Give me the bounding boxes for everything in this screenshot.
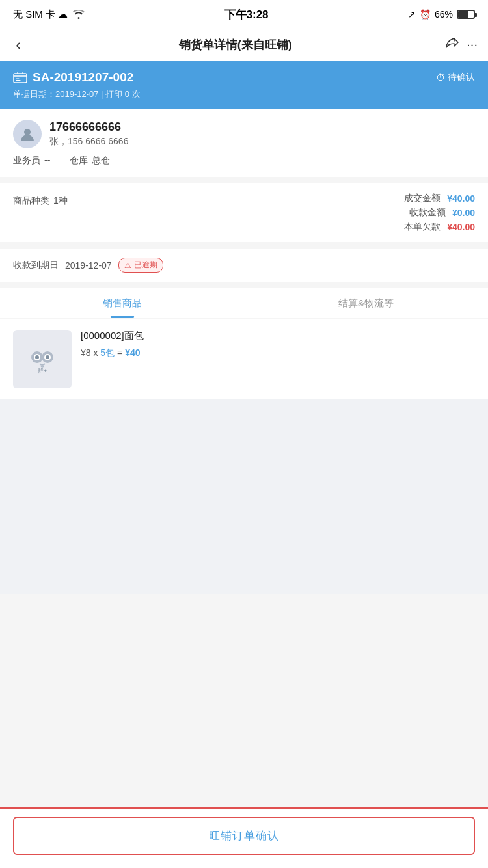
order-icon: [13, 72, 27, 83]
status-bar: 无 SIM 卡 ☁ 下午3:28 ↗ ⏰ 66%: [0, 0, 488, 29]
product-thumbnail: 群+: [13, 330, 72, 388]
order-id: SA-20191207-002: [13, 70, 133, 85]
battery-percent: 66%: [435, 9, 453, 20]
goods-type-label: 商品种类: [13, 195, 49, 207]
tab-sales-goods[interactable]: 销售商品: [0, 288, 244, 318]
multiply-sign: x: [93, 347, 98, 358]
product-item: 群+ [0000002]面包 ¥8 x 5包 = ¥40: [0, 319, 488, 399]
sim-label: 无 SIM 卡 ☁: [13, 8, 68, 21]
due-section: 收款到期日 2019-12-07 ⚠ 已逾期: [0, 249, 488, 282]
page-title: 销货单详情(来自旺铺): [179, 37, 292, 53]
nav-actions: ···: [444, 36, 478, 53]
warehouse-label: 仓库: [70, 155, 88, 167]
svg-point-1: [24, 129, 31, 135]
product-thumb-image: 群+: [23, 343, 62, 375]
more-button[interactable]: ···: [467, 37, 478, 52]
debt-amount-line: 本单欠款 ¥40.00: [404, 221, 475, 233]
svg-rect-0: [14, 74, 27, 83]
status-time: 下午3:28: [224, 7, 269, 22]
status-clock-icon: ⏱: [436, 72, 445, 83]
alarm-icon: ⏰: [420, 9, 431, 20]
customer-phone: 17666666666: [49, 120, 128, 134]
product-unit-price: ¥8: [81, 347, 91, 358]
overdue-badge: ⚠ 已逾期: [118, 258, 163, 273]
salesperson-value: --: [44, 155, 50, 167]
battery-icon: [457, 10, 475, 19]
header-card: SA-20191207-002 ⏱ 待确认 单据日期：2019-12-07 | …: [0, 61, 488, 109]
goods-type: 商品种类 1种: [13, 193, 68, 207]
received-amount-label: 收款金额: [409, 207, 446, 219]
svg-text:群+: 群+: [38, 368, 47, 374]
amounts-right: 成交金额 ¥40.00 收款金额 ¥0.00 本单欠款 ¥40.00: [404, 193, 475, 233]
deal-amount-value: ¥40.00: [447, 193, 475, 204]
received-amount-value: ¥0.00: [452, 208, 475, 218]
wifi-icon: [73, 10, 85, 19]
product-name: [0000002]面包: [81, 330, 475, 342]
empty-area: [0, 399, 488, 594]
meta-row: 业务员 -- 仓库 总仓: [13, 155, 475, 167]
order-status: ⏱ 待确认: [436, 72, 475, 83]
debt-amount-label: 本单欠款: [404, 221, 441, 233]
deal-amount-line: 成交金额 ¥40.00: [404, 193, 475, 204]
due-date-value: 2019-12-07: [65, 260, 112, 271]
salesperson-label: 业务员: [13, 155, 40, 167]
svg-point-7: [46, 355, 49, 359]
amounts-section: 商品种类 1种 成交金额 ¥40.00 收款金额 ¥0.00 本单欠款 ¥40.…: [0, 183, 488, 242]
nav-bar: ‹ 销货单详情(来自旺铺) ···: [0, 29, 488, 61]
deal-amount-label: 成交金额: [404, 193, 441, 204]
back-button[interactable]: ‹: [10, 31, 26, 59]
goods-type-value: 1种: [53, 195, 68, 207]
product-info: [0000002]面包 ¥8 x 5包 = ¥40: [81, 330, 475, 359]
svg-point-6: [35, 355, 39, 359]
equals-sign: =: [117, 347, 122, 358]
debt-amount-value: ¥40.00: [447, 222, 475, 232]
avatar: [13, 120, 42, 148]
status-label: 待确认: [448, 72, 475, 83]
product-price: ¥8 x 5包 = ¥40: [81, 347, 475, 359]
overdue-icon: ⚠: [124, 261, 131, 270]
tab-bar: 销售商品 结算&物流等: [0, 288, 488, 318]
status-left: 无 SIM 卡 ☁: [13, 8, 85, 21]
tab-settlement[interactable]: 结算&物流等: [244, 288, 488, 318]
product-qty: 5包: [100, 347, 115, 358]
customer-name: 张，156 6666 6666: [49, 136, 128, 148]
confirm-order-button[interactable]: 旺铺订单确认: [13, 817, 475, 855]
share-button[interactable]: [444, 36, 459, 53]
product-total: ¥40: [125, 347, 140, 358]
location-icon: ↗: [408, 9, 416, 20]
header-date: 单据日期：2019-12-07 | 打印 0 次: [13, 88, 475, 100]
warehouse-value: 总仓: [92, 155, 110, 167]
status-right: ↗ ⏰ 66%: [408, 9, 475, 20]
due-date-label: 收款到期日: [13, 260, 59, 271]
customer-section: 17666666666 张，156 6666 6666 业务员 -- 仓库 总仓: [0, 109, 488, 177]
overdue-label: 已逾期: [134, 260, 157, 271]
received-amount-line: 收款金额 ¥0.00: [409, 207, 475, 219]
customer-row: 17666666666 张，156 6666 6666: [13, 120, 475, 148]
customer-details: 17666666666 张，156 6666 6666: [49, 120, 128, 148]
bottom-bar: 旺铺订单确认: [0, 807, 488, 868]
